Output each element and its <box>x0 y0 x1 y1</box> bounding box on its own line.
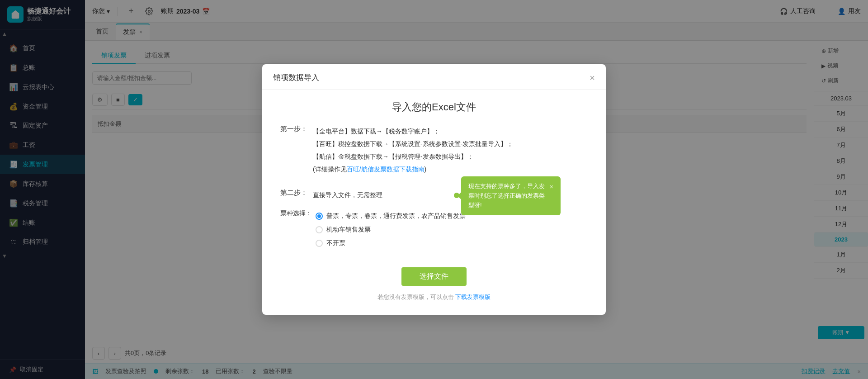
tooltip-text: 现在支持的票种多了，导入发票时别忘了选择正确的发票类型呀! <box>468 183 545 208</box>
dialog-footer-note: 若您没有发票模版，可以点击 下载发票模版 <box>280 293 588 301</box>
dialog-close-btn[interactable]: × <box>590 73 595 82</box>
tooltip-close-btn[interactable]: × <box>550 182 553 192</box>
dialog-header: 销项数据导入 × <box>262 64 606 90</box>
select-file-btn[interactable]: 选择文件 <box>401 267 467 286</box>
tooltip-box: × 现在支持的票种多了，导入发票时别忘了选择正确的发票类型呀! <box>461 176 561 215</box>
download-template-link[interactable]: 下载发票模版 <box>455 294 491 300</box>
step1-line3: 【航信】金税盘数据下载→【报税管理-发票数据导出】； <box>313 150 513 163</box>
radio-section: 票种选择： 普票，专票，卷票，通行费发票，农产品销售发票 机动车销售发票 不开票 <box>280 208 588 258</box>
step1-line1: 【全电平台】数据下载→【税务数字账户】； <box>313 125 513 137</box>
step1-guide-link[interactable]: 百旺/航信发票数据下载指南 <box>347 166 425 173</box>
footer-note-text: 若您没有发票模版，可以点击 <box>377 294 454 300</box>
select-file-section: 选择文件 <box>280 267 588 286</box>
radio-option-3[interactable]: 不开票 <box>316 239 466 247</box>
step2-content: 直接导入文件，无需整理 <box>313 189 382 201</box>
dialog-main-title: 导入您的Excel文件 <box>280 100 588 114</box>
radio-circle-3 <box>316 240 323 247</box>
radio-group: 普票，专票，卷票，通行费发票，农产品销售发票 机动车销售发票 不开票 <box>316 212 466 247</box>
step2-label: 第二步： <box>280 189 307 201</box>
dialog-title: 销项数据导入 <box>273 72 319 83</box>
radio-option-1[interactable]: 普票，专票，卷票，通行费发票，农产品销售发票 <box>316 212 466 220</box>
radio-option-2[interactable]: 机动车销售发票 <box>316 226 466 234</box>
dialog-step1: 第一步： 【全电平台】数据下载→【税务数字账户】； 【百旺】税控盘数据下载→【系… <box>280 125 588 175</box>
hint-prefix: (详细操作见 <box>313 166 347 173</box>
radio-label-1: 普票，专票，卷票，通行费发票，农产品销售发票 <box>326 212 466 220</box>
radio-label-3: 不开票 <box>326 239 345 247</box>
step1-hint: (详细操作见百旺/航信发票数据下载指南) <box>313 163 513 175</box>
step1-label: 第一步： <box>280 125 307 175</box>
radio-label: 票种选择： <box>280 208 312 218</box>
hint-suffix: ) <box>425 166 427 173</box>
radio-circle-1 <box>316 213 323 220</box>
step1-line2: 【百旺】税控盘数据下载→【系统设置-系统参数设置-发票批量导入】； <box>313 137 513 150</box>
step1-content: 【全电平台】数据下载→【税务数字账户】； 【百旺】税控盘数据下载→【系统设置-系… <box>313 125 513 175</box>
radio-label-2: 机动车销售发票 <box>326 226 371 234</box>
radio-circle-2 <box>316 226 323 233</box>
modal-overlay: 销项数据导入 × 导入您的Excel文件 第一步： 【全电平台】数据下载→【税务… <box>0 0 868 379</box>
